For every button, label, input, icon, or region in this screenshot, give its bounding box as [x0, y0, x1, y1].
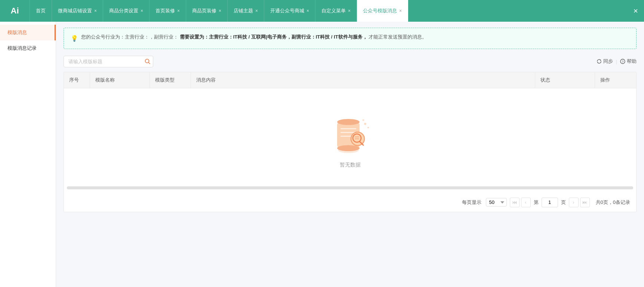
data-table: 序号 模版名称 模版类型 消息内容 状态 操作: [64, 72, 637, 212]
col-name: 模版名称: [90, 72, 150, 88]
prev-page-button[interactable]: ‹: [521, 198, 531, 207]
col-content: 消息内容: [191, 72, 535, 88]
help-icon: ?: [620, 59, 625, 64]
toolbar-divider: |: [616, 59, 617, 64]
sidebar-item-template-msg[interactable]: 模版消息: [0, 25, 56, 40]
close-tab-product-decor[interactable]: ×: [219, 9, 221, 13]
notice-prefix: 您的公众号行业为：主营行业：，副营行业：: [81, 34, 178, 40]
tab-template-msg[interactable]: 公众号模版消息 ×: [357, 0, 408, 22]
tab-shop-theme[interactable]: 店铺主题 ×: [228, 0, 264, 22]
page-input[interactable]: [542, 198, 558, 207]
svg-point-17: [367, 127, 369, 128]
tab-custom-menu-label: 自定义菜单: [321, 7, 346, 14]
search-bar: 同步 | ? 帮助: [64, 56, 637, 67]
tab-custom-menu[interactable]: 自定义菜单 ×: [315, 0, 357, 22]
notice-text: 您的公众号行业为：主营行业：，副营行业： 需要设置为：主营行业：IT科技 / 互…: [81, 33, 427, 41]
tab-category-settings-label: 商品分类设置: [109, 7, 138, 14]
sidebar-item-template-msg-record-label: 模版消息记录: [7, 45, 37, 51]
table-header: 序号 模版名称 模版类型 消息内容 状态 操作: [64, 72, 636, 88]
empty-state: 暂无数据: [64, 88, 636, 183]
tab-open-wechat[interactable]: 开通公众号商城 ×: [264, 0, 315, 22]
svg-text:?: ?: [622, 60, 623, 64]
svg-line-1: [149, 62, 150, 64]
close-all-tabs-button[interactable]: ✕: [627, 7, 644, 15]
sync-label: 同步: [603, 58, 613, 65]
col-index: 序号: [64, 72, 90, 88]
svg-point-18: [362, 119, 364, 121]
notice-banner: 💡 您的公众号行业为：主营行业：，副营行业： 需要设置为：主营行业：IT科技 /…: [64, 28, 637, 49]
tab-shop-settings-label: 微商城店铺设置: [58, 7, 92, 14]
sidebar-item-template-msg-record[interactable]: 模版消息记录: [0, 40, 56, 56]
last-page-button[interactable]: ⏭: [580, 198, 590, 207]
svg-point-7: [337, 145, 360, 151]
page-di-label: 第: [534, 199, 539, 206]
tab-category-settings[interactable]: 商品分类设置 ×: [103, 0, 150, 22]
col-status: 状态: [535, 72, 595, 88]
help-button[interactable]: ? 帮助: [620, 58, 637, 65]
next-page-button[interactable]: ›: [569, 198, 579, 207]
app-logo: Ai: [0, 0, 30, 22]
col-type: 模版类型: [150, 72, 191, 88]
per-page-label: 每页显示: [462, 199, 481, 206]
close-tab-shop-theme[interactable]: ×: [255, 9, 258, 13]
tab-product-decor-label: 商品页装修: [192, 7, 216, 14]
toolbar-right: 同步 | ? 帮助: [597, 58, 637, 65]
close-tab-category-settings[interactable]: ×: [141, 9, 143, 13]
pagination: 每页显示 10 20 50 100 ⏮ ‹ 第 页 › ⏭ 共0页，0条记录: [64, 194, 636, 212]
sync-icon: [597, 59, 602, 64]
notice-highlight: 需要设置为：主营行业：IT科技 / 互联网|电子商务，副营行业：IT科技 / I…: [180, 34, 367, 40]
help-label: 帮助: [627, 58, 637, 65]
tab-home-label: 首页: [36, 7, 46, 14]
search-button[interactable]: [145, 59, 150, 64]
close-tab-custom-menu[interactable]: ×: [348, 9, 351, 13]
page-nav: ⏮ ‹ 第 页 › ⏭: [510, 198, 590, 207]
tab-homepage-decor[interactable]: 首页装修 ×: [150, 0, 186, 22]
horizontal-scrollbar[interactable]: [64, 186, 636, 194]
total-label: 共0页，0条记录: [596, 199, 630, 206]
tab-template-msg-label: 公众号模版消息: [363, 7, 397, 14]
notice-icon: 💡: [71, 34, 78, 43]
empty-text: 暂无数据: [340, 162, 361, 168]
close-tab-homepage-decor[interactable]: ×: [177, 9, 180, 13]
close-tab-open-wechat[interactable]: ×: [306, 9, 309, 13]
tab-shop-settings[interactable]: 微商城店铺设置 ×: [52, 0, 103, 22]
col-actions: 操作: [595, 72, 636, 88]
empty-illustration: [328, 111, 373, 156]
main-layout: 模版消息 模版消息记录 💡 您的公众号行业为：主营行业：，副营行业： 需要设置为…: [0, 22, 644, 287]
notice-suffix: 才能正常发送预置的消息。: [369, 34, 427, 40]
close-tab-template-msg[interactable]: ×: [399, 9, 402, 13]
tab-shop-theme-label: 店铺主题: [234, 7, 253, 14]
search-input[interactable]: [64, 56, 153, 67]
page-label: 页: [561, 199, 566, 206]
tab-homepage-decor-label: 首页装修: [155, 7, 175, 14]
sync-button[interactable]: 同步: [597, 58, 613, 65]
sidebar: 模版消息 模版消息记录: [0, 22, 56, 287]
main-content: 💡 您的公众号行业为：主营行业：，副营行业： 需要设置为：主营行业：IT科技 /…: [56, 22, 644, 287]
close-tab-shop-settings[interactable]: ×: [94, 9, 97, 13]
search-input-wrap: [64, 56, 153, 67]
top-nav: Ai 首页 微商城店铺设置 × 商品分类设置 × 首页装修 × 商品页装修 × …: [0, 0, 644, 22]
tab-product-decor[interactable]: 商品页装修 ×: [186, 0, 228, 22]
svg-point-16: [364, 123, 366, 125]
svg-point-6: [337, 119, 360, 125]
first-page-button[interactable]: ⏮: [510, 198, 520, 207]
sidebar-item-template-msg-label: 模版消息: [7, 30, 27, 35]
tab-open-wechat-label: 开通公众号商城: [270, 7, 304, 14]
search-icon: [145, 59, 150, 64]
tab-home[interactable]: 首页: [30, 0, 52, 22]
per-page-select[interactable]: 10 20 50 100: [486, 198, 507, 207]
